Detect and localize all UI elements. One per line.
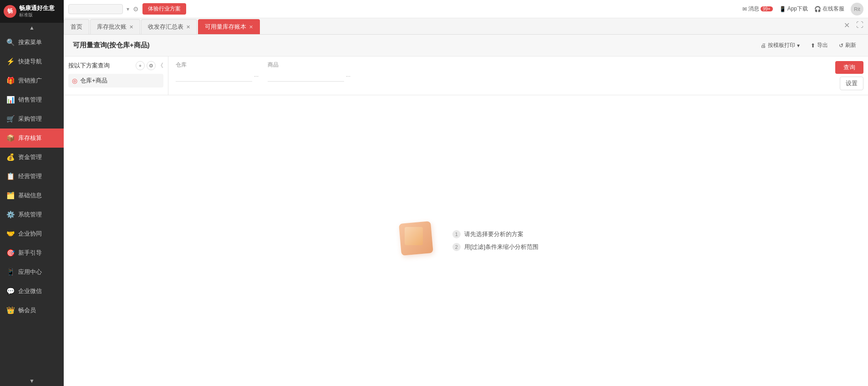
sidebar-scroll-down[interactable]: ▼ xyxy=(0,376,64,386)
app-logo: 畅 xyxy=(4,5,16,18)
filter-goods-more-btn[interactable]: ··· xyxy=(346,73,350,79)
topbar-search-input[interactable] xyxy=(68,4,123,14)
sidebar-item-label-app-center: 应用中心 xyxy=(18,268,42,276)
tip-num-2: 2 xyxy=(452,243,461,251)
filter-goods-label: 商品 xyxy=(268,61,350,69)
sidebar-item-label-corp-wechat: 企业微信 xyxy=(18,287,42,295)
sidebar-item-corp-wechat[interactable]: 💬 企业微信 xyxy=(0,282,64,301)
app-version: 标准版 xyxy=(19,12,55,18)
sidebar-item-label-marketing: 营销推广 xyxy=(18,77,42,85)
tip-row-1: 1 请先选择要分析的方案 xyxy=(452,230,538,238)
operations-icon: 📋 xyxy=(6,172,15,180)
sidebar-item-finance[interactable]: 💰 资金管理 xyxy=(0,148,64,167)
tabbar-expand-icon[interactable]: ⛶ xyxy=(856,21,863,29)
tip-row-2: 2 用[过滤]条件来缩小分析范围 xyxy=(452,243,538,251)
phone-icon: 📱 xyxy=(779,6,786,12)
scheme-panel: 按以下方案查询 + ⚙ 《 ◎ 仓库+商品 xyxy=(64,57,168,95)
sidebar-item-basic-info[interactable]: 🗂️ 基础信息 xyxy=(0,186,64,205)
sidebar-item-label-search: 搜索菜单 xyxy=(18,38,42,46)
sidebar: 畅 畅康通好生意 标准版 ▲ 🔍 搜索菜单 ⚡ 快捷导航 🎁 营销推广 📊 销售… xyxy=(0,0,64,386)
tab-close-inventory-batch[interactable]: ✕ xyxy=(129,24,133,30)
tab-inventory-batch[interactable]: 库存批次账✕ xyxy=(90,19,140,34)
trial-btn[interactable]: 体验行业方案 xyxy=(142,3,186,15)
sidebar-item-label-quick-nav: 快捷导航 xyxy=(18,57,42,66)
print-chevron-icon: ▾ xyxy=(797,42,800,49)
message-action[interactable]: ✉ 消息 99+ xyxy=(742,5,773,13)
topbar-actions: ✉ 消息 99+ 📱 App下载 🎧 在线客服 Rit xyxy=(742,3,863,15)
sidebar-item-purchase[interactable]: 🛒 采购管理 xyxy=(0,109,64,129)
page-header-actions: 🖨 按模板打印 ▾ ⬆ 导出 ↺ 刷新 xyxy=(758,40,859,51)
topbar: ▾ ⚙ 体验行业方案 ✉ 消息 99+ 📱 App下载 🎧 在线客服 Rit xyxy=(64,0,868,18)
quick-nav-icon: ⚡ xyxy=(6,57,15,66)
page-content: 可用量查询(按仓库+商品) 🖨 按模板打印 ▾ ⬆ 导出 ↺ 刷新 xyxy=(64,35,868,386)
tab-home[interactable]: 首页 xyxy=(64,19,89,34)
filter-goods-input[interactable] xyxy=(268,71,344,82)
tab-close-receipt-summary[interactable]: ✕ xyxy=(186,24,190,30)
sidebar-item-label-finance: 资金管理 xyxy=(18,153,42,161)
sidebar-item-label-inventory: 库存核算 xyxy=(18,134,42,142)
topbar-gear-icon[interactable]: ⚙ xyxy=(133,5,139,13)
filter-warehouse-input[interactable] xyxy=(176,71,252,82)
app-download-action[interactable]: 📱 App下载 xyxy=(779,5,808,13)
sidebar-item-label-vip: 畅会员 xyxy=(18,306,36,314)
marketing-icon: 🎁 xyxy=(6,77,15,85)
online-service-label: 在线客服 xyxy=(822,5,844,13)
query-settings-btn[interactable]: 设置 xyxy=(840,77,863,90)
online-service-action[interactable]: 🎧 在线客服 xyxy=(814,5,844,13)
sidebar-item-corp-collab[interactable]: 🤝 企业协同 xyxy=(0,224,64,243)
sidebar-scroll: 🔍 搜索菜单 ⚡ 快捷导航 🎁 营销推广 📊 销售管理 🛒 采购管理 📦 库存核… xyxy=(0,33,64,376)
corp-wechat-icon: 💬 xyxy=(6,287,15,295)
sidebar-item-inventory[interactable]: 📦 库存核算 xyxy=(0,129,64,148)
sidebar-item-quick-nav[interactable]: ⚡ 快捷导航 xyxy=(0,52,64,71)
filter-group-goods: 商品 ··· xyxy=(268,61,350,82)
tabbar-close-icon[interactable]: ✕ xyxy=(844,21,850,30)
tab-label-home: 首页 xyxy=(71,23,82,31)
tip-text-2: 用[过滤]条件来缩小分析范围 xyxy=(464,243,538,251)
filter-goods-row: ··· xyxy=(268,71,350,82)
topbar-chevron-icon[interactable]: ▾ xyxy=(127,6,129,12)
inventory-icon: 📦 xyxy=(6,134,15,142)
sidebar-item-new-guide[interactable]: 🎯 新手引导 xyxy=(0,243,64,262)
tip-text-1: 请先选择要分析的方案 xyxy=(464,230,523,238)
tab-label-available-ledger: 可用量库存账本 xyxy=(205,23,246,31)
message-label: 消息 xyxy=(748,5,759,13)
sidebar-item-marketing[interactable]: 🎁 营销推广 xyxy=(0,71,64,90)
tab-available-ledger[interactable]: 可用量库存账本✕ xyxy=(198,19,260,34)
print-btn[interactable]: 🖨 按模板打印 ▾ xyxy=(758,40,802,51)
sidebar-scroll-up[interactable]: ▲ xyxy=(0,23,64,33)
export-icon: ⬆ xyxy=(811,42,815,49)
scheme-item-label: 仓库+商品 xyxy=(80,77,107,85)
filter-warehouse-more-btn[interactable]: ··· xyxy=(254,73,259,79)
app-title-block: 畅康通好生意 标准版 xyxy=(19,5,55,18)
print-icon: 🖨 xyxy=(761,42,766,49)
vip-icon: 👑 xyxy=(6,306,15,314)
sidebar-item-app-center[interactable]: 📱 应用中心 xyxy=(0,262,64,282)
sidebar-item-system[interactable]: ⚙️ 系统管理 xyxy=(0,205,64,224)
tab-label-inventory-batch: 库存批次账 xyxy=(97,23,127,31)
scheme-panel-header: 按以下方案查询 + ⚙ 《 xyxy=(68,61,163,70)
scheme-panel-actions: + ⚙ 《 xyxy=(136,61,163,70)
filter-panel: 仓库 ··· 商品 ··· xyxy=(168,57,831,95)
export-btn[interactable]: ⬆ 导出 xyxy=(808,40,831,51)
message-badge: 99+ xyxy=(761,6,773,11)
user-avatar[interactable]: Rit xyxy=(851,3,863,15)
sidebar-item-search[interactable]: 🔍 搜索菜单 xyxy=(0,33,64,52)
sidebar-item-vip[interactable]: 👑 畅会员 xyxy=(0,301,64,320)
app-download-label: App下载 xyxy=(787,5,808,13)
refresh-btn[interactable]: ↺ 刷新 xyxy=(836,40,859,51)
finance-icon: 💰 xyxy=(6,153,15,161)
query-btn[interactable]: 查询 xyxy=(835,61,863,74)
refresh-icon: ↺ xyxy=(839,42,843,49)
sidebar-item-operations[interactable]: 📋 经营管理 xyxy=(0,167,64,186)
filter-group-warehouse: 仓库 ··· xyxy=(176,61,259,82)
query-actions: 查询 设置 xyxy=(831,57,868,95)
add-scheme-btn[interactable]: + xyxy=(136,61,145,70)
sidebar-item-label-purchase: 采购管理 xyxy=(18,115,42,123)
sidebar-item-sales[interactable]: 📊 销售管理 xyxy=(0,90,64,109)
tab-close-available-ledger[interactable]: ✕ xyxy=(249,24,253,30)
settings-scheme-btn[interactable]: ⚙ xyxy=(147,61,156,70)
tab-receipt-summary[interactable]: 收发存汇总表✕ xyxy=(141,19,197,34)
collapse-scheme-btn[interactable]: 《 xyxy=(157,62,163,70)
sidebar-item-label-operations: 经营管理 xyxy=(18,172,42,180)
scheme-item-warehouse-goods[interactable]: ◎ 仓库+商品 xyxy=(68,74,163,87)
